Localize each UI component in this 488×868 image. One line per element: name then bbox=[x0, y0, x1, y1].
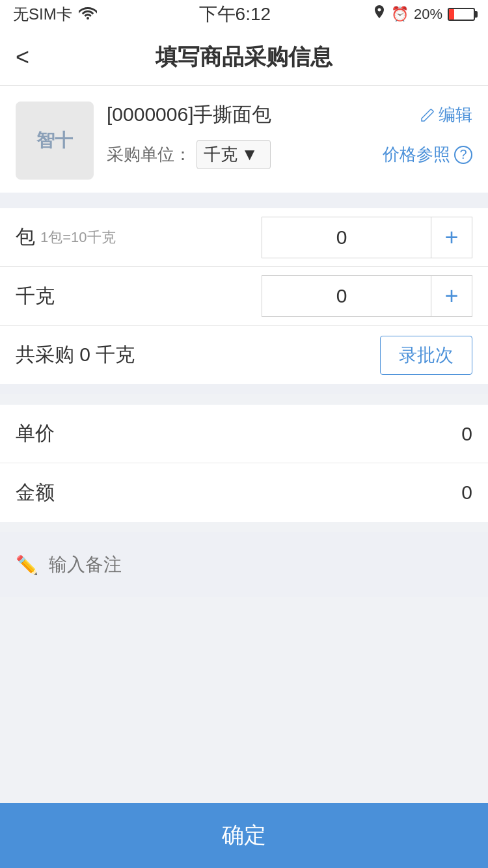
status-left: 无SIM卡 bbox=[13, 4, 97, 25]
bao-sublabel: 1包=10千克 bbox=[40, 228, 116, 247]
unit-row-left: 采购单位： 千克 ▼ bbox=[107, 140, 271, 169]
bao-input-row: 包 1包=10千克 + bbox=[0, 208, 488, 267]
wifi-icon bbox=[79, 5, 97, 23]
bao-field-wrap: + bbox=[116, 217, 472, 258]
amount-row: 金额 0 bbox=[0, 463, 488, 522]
kg-plus-button[interactable]: + bbox=[431, 275, 472, 317]
amount-label: 金额 bbox=[16, 480, 55, 506]
product-logo: 智十 bbox=[36, 128, 73, 153]
pencil-icon: ✏️ bbox=[16, 554, 38, 576]
bottom-spacer bbox=[0, 597, 488, 675]
notes-section: ✏️ bbox=[0, 532, 488, 597]
unit-label: 采购单位： bbox=[107, 144, 191, 164]
price-section: 单价 0 金额 0 bbox=[0, 405, 488, 522]
price-ref-button[interactable]: 价格参照 ? bbox=[383, 143, 472, 166]
status-right: ⏰ 20% bbox=[373, 5, 475, 23]
bao-label: 包 bbox=[16, 224, 35, 251]
help-icon: ? bbox=[454, 146, 472, 164]
product-unit-row: 采购单位： 千克 ▼ 价格参照 ? bbox=[107, 140, 472, 169]
confirm-button[interactable]: 确定 bbox=[0, 803, 488, 868]
unit-select[interactable]: 千克 ▼ bbox=[197, 140, 271, 169]
battery-icon bbox=[448, 8, 475, 21]
notes-input[interactable] bbox=[49, 554, 472, 575]
status-bar: 无SIM卡 下午6:12 ⏰ 20% bbox=[0, 0, 488, 29]
quantity-section: 包 1包=10千克 + 千克 + bbox=[0, 208, 488, 325]
alarm-icon: ⏰ bbox=[391, 6, 409, 23]
nav-bar: < 填写商品采购信息 bbox=[0, 29, 488, 86]
dropdown-icon: ▼ bbox=[241, 144, 258, 165]
kg-field-wrap: + bbox=[55, 275, 472, 317]
bao-input[interactable] bbox=[262, 217, 431, 258]
product-name: [0000006]手撕面包 bbox=[107, 102, 271, 128]
bao-plus-button[interactable]: + bbox=[431, 217, 472, 258]
status-time: 下午6:12 bbox=[199, 2, 271, 27]
record-batch-button[interactable]: 录批次 bbox=[380, 336, 472, 375]
summary-text: 共采购 0 千克 bbox=[16, 342, 135, 368]
product-image: 智十 bbox=[16, 102, 94, 180]
unit-price-label: 单价 bbox=[16, 420, 55, 447]
product-info: [0000006]手撕面包 编辑 采购单位： 千克 ▼ 价格参照 ? bbox=[107, 102, 472, 169]
back-button[interactable]: < bbox=[16, 44, 29, 71]
amount-value: 0 bbox=[461, 481, 472, 504]
edit-button[interactable]: 编辑 bbox=[420, 103, 472, 126]
product-card: 智十 [0000006]手撕面包 编辑 采购单位： 千克 ▼ 价格参照 ? bbox=[0, 86, 488, 198]
unit-price-row: 单价 0 bbox=[0, 405, 488, 463]
location-icon bbox=[373, 5, 386, 23]
page-title: 填写商品采购信息 bbox=[156, 42, 332, 72]
product-name-row: [0000006]手撕面包 编辑 bbox=[107, 102, 472, 128]
section-divider-1 bbox=[0, 198, 488, 208]
battery-text: 20% bbox=[414, 6, 442, 23]
section-divider-2 bbox=[0, 384, 488, 394]
summary-section: 共采购 0 千克 录批次 bbox=[0, 325, 488, 384]
unit-price-value: 0 bbox=[461, 423, 472, 445]
kg-input-row: 千克 + bbox=[0, 267, 488, 325]
kg-label: 千克 bbox=[16, 283, 55, 310]
kg-input[interactable] bbox=[262, 275, 431, 317]
carrier-label: 无SIM卡 bbox=[13, 4, 72, 25]
